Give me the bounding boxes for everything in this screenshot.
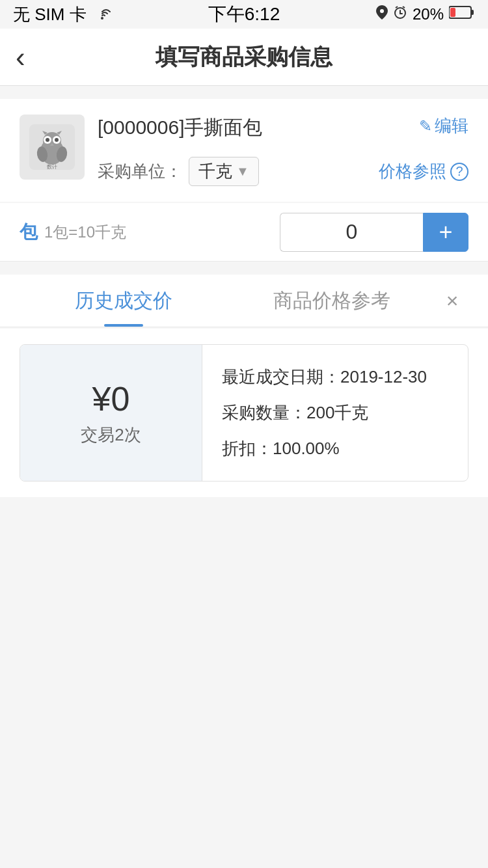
unit-selector[interactable]: 千克 ▼ [189,157,259,186]
plus-icon: + [439,219,452,246]
svg-rect-8 [471,10,474,15]
discount-value: 100.00% [273,439,340,458]
product-image-inner: 数计 [26,121,78,173]
price-ref-label: 价格参照 [379,160,446,183]
recent-date-label: 最近成交日期： [222,367,340,387]
svg-point-0 [101,17,103,20]
quantity-row: 包 1包=10千克 + [0,203,488,262]
svg-point-16 [55,138,59,142]
svg-line-5 [396,7,398,8]
price-ref-button[interactable]: 价格参照 ? [379,160,468,183]
history-price: ¥0 [92,379,130,418]
history-detail-discount: 折扣：100.00% [222,436,448,461]
carrier-text: 无 SIM 卡 [13,3,87,26]
edit-button[interactable]: ✎ 编辑 [419,115,468,137]
location-icon [376,5,388,23]
battery-percentage: 20% [413,5,444,23]
svg-point-1 [380,9,384,13]
edit-label: 编辑 [435,115,468,137]
back-button[interactable]: ‹ [16,43,25,72]
history-detail-qty: 采购数量：200千克 [222,400,448,426]
svg-text:数计: 数计 [47,164,57,170]
product-image: 数计 [20,115,85,180]
close-icon: × [446,289,459,313]
product-header: [0000006]手撕面包 ✎ 编辑 [98,115,468,141]
edit-icon: ✎ [419,117,432,135]
price-value: 0 [111,380,130,418]
purchase-unit-left: 采购单位： 千克 ▼ [98,157,259,186]
svg-line-6 [403,7,405,8]
battery-icon [449,5,475,23]
status-left: 无 SIM 卡 [13,3,111,26]
purchase-unit-row: 采购单位： 千克 ▼ 价格参照 ? [98,157,468,186]
wifi-icon [93,5,111,25]
back-icon: ‹ [16,43,25,72]
quantity-plus-button[interactable]: + [423,213,468,252]
discount-label: 折扣： [222,439,273,458]
history-card: ¥0 交易2次 最近成交日期：2019-12-30 采购数量：200千克 折扣：… [20,344,468,481]
status-bar: 无 SIM 卡 下午6:12 [0,0,488,29]
product-info: [0000006]手撕面包 ✎ 编辑 采购单位： 千克 ▼ 价格参照 ? [98,115,468,186]
nav-bar: ‹ 填写商品采购信息 [0,29,488,86]
main-empty-area [0,497,488,868]
currency-symbol: ¥ [92,380,111,418]
alarm-icon [393,5,407,23]
product-name: [0000006]手撕面包 [98,115,262,141]
page-title: 填写商品采购信息 [156,42,332,72]
recent-date-value: 2019-12-30 [340,367,427,387]
tabs-close-button[interactable]: × [436,284,468,317]
tab-product-label: 商品价格参考 [273,288,390,314]
product-card: 数计 [0000006]手撕面包 ✎ 编辑 采购单位： 千克 ▼ 价格参照 ? [0,99,488,202]
purchase-qty-value: 200千克 [306,403,368,422]
history-card-left: ¥0 交易2次 [20,345,202,481]
quantity-label-group: 包 1包=10千克 [20,220,126,245]
history-count: 交易2次 [81,424,141,446]
tab-product-price-ref[interactable]: 商品价格参考 [228,275,436,327]
history-content: ¥0 交易2次 最近成交日期：2019-12-30 采购数量：200千克 折扣：… [0,329,488,497]
quantity-input-group: + [280,213,468,252]
status-right: 20% [376,5,475,23]
purchase-unit-label: 采购单位： [98,160,182,183]
unit-dropdown-arrow: ▼ [236,164,249,179]
svg-point-15 [46,138,49,142]
purchase-qty-label: 采购数量： [222,403,306,422]
tab-history-price[interactable]: 历史成交价 [20,275,228,327]
tabs-bar: 历史成交价 商品价格参考 × [0,275,488,327]
quantity-unit-icon: 包 [20,220,38,245]
quantity-unit-hint: 1包=10千克 [44,222,126,243]
history-card-right: 最近成交日期：2019-12-30 采购数量：200千克 折扣：100.00% [202,345,468,481]
status-time: 下午6:12 [208,2,280,27]
history-detail-date: 最近成交日期：2019-12-30 [222,364,448,390]
tab-history-label: 历史成交价 [75,288,172,314]
question-circle-icon: ? [450,163,468,181]
svg-rect-9 [450,8,455,17]
unit-value: 千克 [198,160,232,183]
quantity-input[interactable] [280,213,423,252]
